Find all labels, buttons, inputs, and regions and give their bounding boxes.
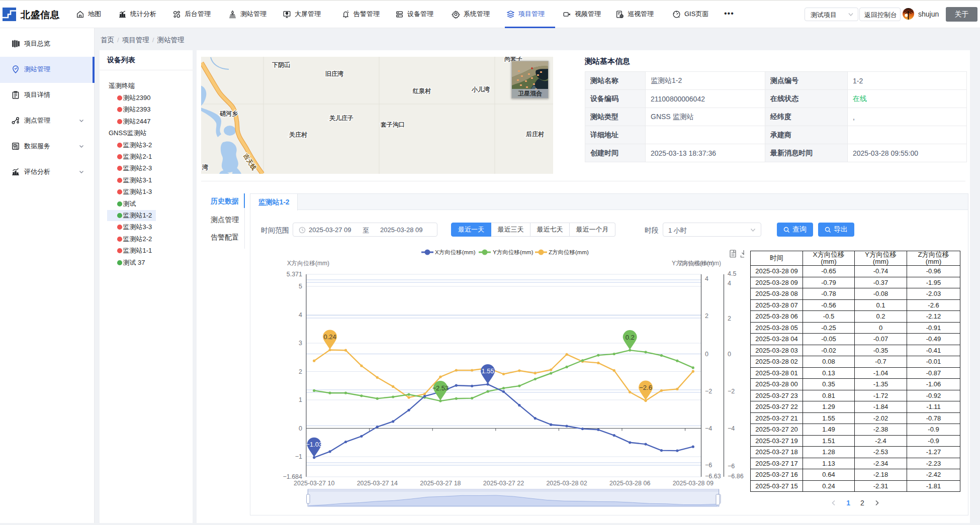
svg-text:−1: −1: [295, 453, 302, 460]
svg-text:关庄村: 关庄村: [289, 131, 307, 138]
svg-text:−2: −2: [728, 388, 735, 395]
svg-text:Z方向位移(mm): Z方向位移(mm): [679, 260, 721, 267]
svg-text:5.371: 5.371: [287, 271, 302, 278]
svg-text:−6: −6: [705, 462, 712, 469]
svg-text:湾: 湾: [202, 164, 209, 171]
svg-text:4: 4: [299, 311, 302, 319]
svg-text:2025-03-28 02: 2025-03-28 02: [546, 480, 587, 487]
svg-text:关儿庄子: 关儿庄子: [329, 115, 353, 122]
svg-text:2025-03-27 22: 2025-03-27 22: [483, 480, 524, 487]
svg-text:0.24: 0.24: [323, 333, 336, 341]
svg-text:X方向位移(mm): X方向位移(mm): [287, 260, 329, 267]
svg-text:小儿湾: 小儿湾: [471, 86, 490, 93]
svg-text:硝河乡: 硝河乡: [219, 110, 238, 117]
svg-text:−6: −6: [728, 463, 735, 470]
svg-text:Z方向位移(mm): Z方向位移(mm): [549, 249, 589, 255]
svg-text:2025-03-28 09: 2025-03-28 09: [673, 480, 714, 487]
svg-text:−1.684: −1.684: [283, 473, 302, 480]
svg-text:2025-03-28 06: 2025-03-28 06: [609, 480, 650, 487]
svg-text:2025-03-27 14: 2025-03-27 14: [357, 480, 398, 487]
svg-text:−1.03: −1.03: [306, 441, 322, 448]
svg-text:2: 2: [705, 312, 708, 320]
svg-text:2025-03-27 18: 2025-03-27 18: [420, 480, 461, 487]
svg-text:0: 0: [705, 351, 708, 358]
svg-text:Y方向位移(mm): Y方向位移(mm): [493, 249, 533, 255]
svg-text:2: 2: [299, 368, 302, 375]
svg-text:后庄村: 后庄村: [525, 131, 544, 138]
svg-text:2: 2: [728, 315, 731, 322]
svg-text:2025-03-27 10: 2025-03-27 10: [294, 480, 334, 487]
svg-text:1.55: 1.55: [481, 367, 494, 375]
svg-text:0: 0: [728, 351, 731, 358]
svg-text:下阴屲: 下阴屲: [272, 61, 290, 68]
svg-text:−6.63: −6.63: [705, 473, 721, 480]
svg-text:1: 1: [299, 396, 302, 403]
svg-text:−2.6: −2.6: [639, 384, 652, 391]
svg-text:5: 5: [299, 283, 302, 290]
svg-text:−6.86: −6.86: [728, 473, 744, 480]
svg-text:4: 4: [705, 275, 708, 282]
svg-text:−2.53: −2.53: [432, 384, 449, 392]
svg-text:0: 0: [299, 425, 302, 432]
svg-text:卫星混合: 卫星混合: [518, 90, 543, 97]
svg-text:−4: −4: [705, 425, 712, 432]
svg-text:X方向位移(mm): X方向位移(mm): [435, 249, 476, 255]
svg-text:红泉村: 红泉村: [412, 87, 431, 94]
svg-text:−4: −4: [728, 425, 735, 432]
svg-text:0.2: 0.2: [626, 334, 635, 341]
svg-text:套子沟口: 套子沟口: [380, 121, 405, 128]
svg-text:旧庄湾: 旧庄湾: [325, 70, 344, 77]
svg-text:4: 4: [728, 280, 731, 287]
svg-text:4.5: 4.5: [728, 270, 736, 277]
svg-text:3: 3: [299, 340, 302, 347]
svg-text:−2: −2: [705, 388, 712, 395]
